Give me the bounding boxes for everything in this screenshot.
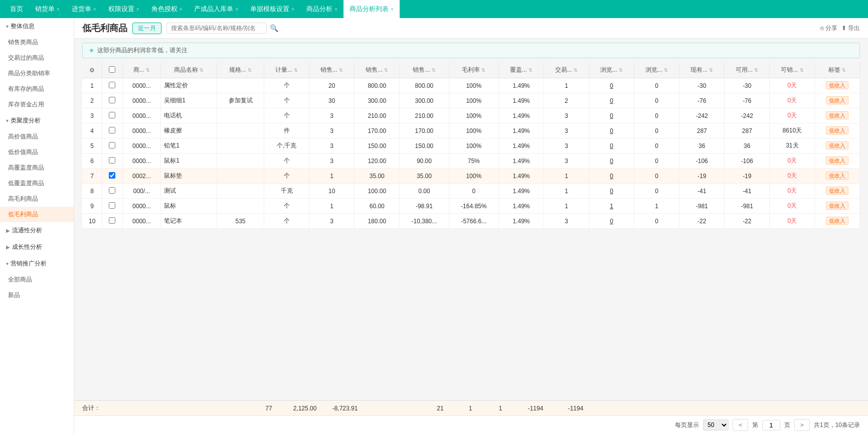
nav-sales-close[interactable]: × — [57, 7, 60, 12]
col-available-stock[interactable]: 可用... ⇅ — [725, 62, 770, 78]
col-sales-qty[interactable]: 销售... ⇅ — [309, 62, 355, 78]
sidebar-item-low-profit[interactable]: 低毛利商品 — [0, 207, 74, 222]
col-sales-amount[interactable]: 销售... ⇅ — [355, 62, 400, 78]
row-no: 3 — [82, 108, 102, 123]
row-available-stock: -19 — [725, 169, 770, 184]
col-settings[interactable]: ⚙ — [82, 62, 102, 78]
row-sales-profit: 170.00 — [400, 123, 449, 138]
nav-product-in[interactable]: 产成品入库单 × — [188, 0, 244, 18]
sidebar-item-sales-goods[interactable]: 销售类商品 — [0, 35, 74, 50]
col-gross-rate[interactable]: 毛利率 ⇅ — [449, 62, 498, 78]
row-browse1[interactable]: 0 — [589, 123, 634, 138]
row-checkbox[interactable] — [102, 154, 122, 169]
row-browse1[interactable]: 0 — [589, 214, 634, 229]
sidebar-item-low-value[interactable]: 低价值商品 — [0, 144, 74, 160]
arrow-down-icon: ▾ — [6, 24, 9, 29]
row-checkbox[interactable] — [102, 93, 122, 108]
nav-template[interactable]: 单据模板设置 × — [244, 0, 300, 18]
row-gross-rate: -5766.6... — [449, 214, 498, 229]
sidebar-item-high-coverage[interactable]: 高覆盖度商品 — [0, 160, 74, 176]
col-checkbox[interactable] — [102, 62, 122, 78]
col-sales-profit[interactable]: 销售... ⇅ — [400, 62, 449, 78]
row-checkbox[interactable] — [102, 199, 122, 214]
col-sellable-days[interactable]: 可销... ⇅ — [770, 62, 815, 78]
sidebar-item-low-coverage[interactable]: 低覆盖度商品 — [0, 176, 74, 191]
row-browse1[interactable]: 0 — [589, 108, 634, 123]
row-browse1[interactable]: 0 — [589, 138, 634, 154]
col-trade[interactable]: 交易... ⇅ — [544, 62, 589, 78]
row-tag: 低收入 — [815, 108, 860, 123]
nav-permission-close[interactable]: × — [136, 7, 139, 12]
nav-analysis-close[interactable]: × — [334, 7, 337, 12]
col-browse1[interactable]: 浏览... ⇅ — [589, 62, 634, 78]
nav-role-close[interactable]: × — [180, 7, 183, 12]
nav-home[interactable]: 首页 — [4, 0, 29, 18]
nav-purchase-close[interactable]: × — [93, 7, 96, 12]
row-gross-rate: 100% — [449, 169, 498, 184]
table-row: 4 0000... 橡皮擦 件 3 170.00 170.00 100% 1.4… — [82, 123, 860, 138]
nav-analysis-list[interactable]: 商品分析列表 × — [343, 0, 400, 18]
col-tag[interactable]: 标签 ⇅ — [815, 62, 860, 78]
row-available-stock: -22 — [725, 214, 770, 229]
sidebar-item-high-value[interactable]: 高价值商品 — [0, 129, 74, 144]
search-button[interactable]: 🔍 — [270, 24, 278, 32]
col-browse2[interactable]: 浏览... ⇅ — [634, 62, 679, 78]
share-button[interactable]: ⎋ 分享 — [820, 24, 837, 33]
row-checkbox[interactable] — [102, 214, 122, 229]
sidebar-section-growth[interactable]: ▶ 成长性分析 — [0, 239, 74, 255]
row-browse1[interactable]: 0 — [589, 78, 634, 93]
sidebar-item-stock-capital[interactable]: 库存资金占用 — [0, 97, 74, 112]
nav-sales[interactable]: 销货单 × — [29, 0, 66, 18]
per-page-select[interactable]: 50 100 200 — [703, 419, 729, 430]
row-no: 4 — [82, 123, 102, 138]
nav-permission[interactable]: 权限设置 × — [102, 0, 145, 18]
nav-role[interactable]: 角色授权 × — [145, 0, 189, 18]
row-browse1[interactable]: 0 — [589, 93, 634, 108]
table-row: 3 0000... 电话机 个 3 210.00 210.00 100% 1.4… — [82, 108, 860, 123]
row-checkbox[interactable] — [102, 169, 122, 184]
row-browse1[interactable]: 1 — [589, 199, 634, 214]
page-number-input[interactable] — [762, 420, 780, 430]
sidebar-item-category-rate[interactable]: 商品分类助销率 — [0, 66, 74, 81]
col-coverage[interactable]: 覆盖... ⇅ — [498, 62, 544, 78]
sidebar-item-high-profit[interactable]: 高毛利商品 — [0, 191, 74, 207]
next-page-button[interactable]: ＞ — [794, 419, 810, 431]
row-browse1[interactable]: 0 — [589, 184, 634, 199]
row-browse1[interactable]: 0 — [589, 154, 634, 169]
export-button[interactable]: ⬆ 导出 — [841, 24, 860, 33]
sidebar-section-cluster[interactable]: ▾ 类聚度分析 — [0, 112, 74, 129]
nav-template-close[interactable]: × — [291, 7, 294, 12]
sidebar-section-marketing[interactable]: ▾ 营销推广分析 — [0, 255, 74, 272]
row-browse1[interactable]: 0 — [589, 169, 634, 184]
search-input[interactable] — [166, 23, 267, 34]
col-code[interactable]: 商... ⇅ — [122, 62, 161, 78]
filter-recent-month-button[interactable]: 近一月 — [132, 23, 161, 34]
row-current-stock: -41 — [679, 184, 725, 199]
col-spec[interactable]: 规格... ⇅ — [217, 62, 264, 78]
sidebar-item-new-goods[interactable]: 新品 — [0, 287, 74, 303]
nav-product-in-close[interactable]: × — [235, 7, 238, 12]
nav-analysis-list-close[interactable]: × — [391, 7, 394, 12]
col-current-stock[interactable]: 现有... ⇅ — [679, 62, 725, 78]
share-icon: ⎋ — [820, 25, 824, 32]
nav-analysis[interactable]: 商品分析 × — [300, 0, 343, 18]
sidebar-section-overview[interactable]: ▾ 整体信息 — [0, 18, 74, 35]
row-checkbox[interactable] — [102, 123, 122, 138]
row-no: 7 — [82, 169, 102, 184]
sidebar-item-in-stock[interactable]: 有库存的商品 — [0, 81, 74, 97]
sidebar-section-circulation[interactable]: ▶ 流通性分析 — [0, 222, 74, 239]
prev-page-button[interactable]: ＜ — [733, 419, 748, 431]
select-all-checkbox[interactable] — [109, 66, 115, 73]
row-coverage: 1.49% — [498, 214, 544, 229]
sidebar-item-all-goods[interactable]: 全部商品 — [0, 272, 74, 287]
row-checkbox[interactable] — [102, 184, 122, 199]
nav-purchase[interactable]: 进货单 × — [66, 0, 102, 18]
sidebar-item-traded-goods[interactable]: 交易过的商品 — [0, 50, 74, 66]
row-checkbox[interactable] — [102, 138, 122, 154]
col-unit[interactable]: 计量... ⇅ — [264, 62, 309, 78]
row-checkbox[interactable] — [102, 78, 122, 93]
row-sellable-days: 0天 — [770, 169, 815, 184]
col-name[interactable]: 商品名称 ⇅ — [161, 62, 217, 78]
page-label: 第 — [752, 421, 758, 429]
row-checkbox[interactable] — [102, 108, 122, 123]
